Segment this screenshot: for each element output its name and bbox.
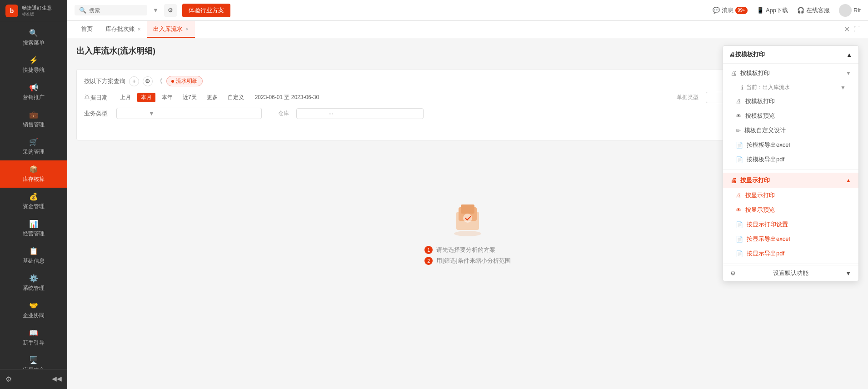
date-tab-last-month[interactable]: 上月 [116, 93, 135, 102]
date-tabs: 上月 本月 本年 近7天 更多 自定义 [116, 93, 248, 102]
user-profile-button[interactable]: Rit [839, 4, 861, 17]
display-pdf-item[interactable]: 📄 按显示导出pdf [723, 246, 858, 261]
template-pdf-item[interactable]: 📄 按模板导出pdf [723, 152, 858, 167]
template-preview-item[interactable]: 👁 按模板预览 [723, 109, 858, 123]
print-icon-header: 🖨 [729, 51, 735, 58]
gear-icon: ⚙ [168, 7, 173, 14]
date-tab-custom[interactable]: 自定义 [224, 93, 248, 102]
download-icon: 📱 [757, 7, 764, 14]
basics-icon: 📋 [29, 247, 38, 255]
app-logo-icon: b [5, 5, 18, 17]
tab-flow[interactable]: 出入库流水 × [147, 21, 195, 38]
apps-icon: 🖥️ [29, 356, 38, 364]
tab-batch[interactable]: 库存批次账 × [99, 21, 147, 38]
sidebar-item-finance[interactable]: 💰 资金管理 [0, 188, 67, 215]
display-preview-item[interactable]: 👁 按显示预览 [723, 203, 858, 217]
voucher-type-label: 单据类型 [677, 94, 698, 101]
empty-illustration [447, 198, 488, 240]
sidebar-item-guide[interactable]: 📖 新手引导 [0, 324, 67, 351]
template-print-section: 🖨 按模板打印 ▼ ℹ 当前：出入库流水 ▼ 🖨 按模板打印 👁 按模板预览 [723, 64, 858, 169]
filter-add-button[interactable]: + [129, 76, 139, 86]
sidebar-item-system[interactable]: ⚙️ 系统管理 [0, 269, 67, 297]
topbar-right: 💬 消息 99+ 📱 App下载 🎧 在线客服 Rit [713, 4, 861, 17]
date-tab-more[interactable]: 更多 [203, 93, 221, 102]
filter-settings-button[interactable]: ⚙ [143, 76, 153, 86]
sidebar: b 畅捷通好生意 标准版 🔍 搜索菜单 ⚡ 快捷导航 📢 营销推广 💼 销售管理… [0, 0, 67, 389]
empty-step-2: 2 用[筛选]条件来缩小分析范围 [424, 257, 510, 265]
sidebar-item-basics[interactable]: 📋 基础信息 [0, 242, 67, 269]
online-service-button[interactable]: 🎧 在线客服 [797, 6, 830, 15]
filter-collapse-button[interactable]: 《 [156, 77, 163, 85]
active-filter-tag: 流水明细 [166, 76, 203, 86]
search-input[interactable] [89, 7, 139, 14]
display-excel-item[interactable]: 📄 按显示导出excel [723, 232, 858, 246]
headset-icon: 🎧 [797, 7, 804, 14]
date-tab-this-month[interactable]: 本月 [137, 93, 155, 102]
topbar-chevron-icon[interactable]: ▼ [153, 7, 159, 14]
main-container: 🔍 ▼ ⚙ 体验行业方案 💬 消息 99+ 📱 App下载 🎧 在线客服 [67, 0, 868, 389]
close-window-btn[interactable]: ✕ [844, 25, 850, 34]
filter-gear-icon: ⚙ [145, 78, 150, 85]
page-title: 出入库流水(流水明细) [76, 45, 155, 56]
current-chevron: ▼ [840, 85, 846, 91]
topbar-settings-button[interactable]: ⚙ [164, 4, 177, 17]
step-2-number: 2 [424, 257, 433, 265]
warehouse-select[interactable]: ··· [296, 108, 424, 119]
display-print-icon: 🖨 [730, 177, 737, 184]
sidebar-item-inventory[interactable]: 📦 库存核算 [0, 160, 67, 188]
system-icon: ⚙️ [29, 274, 38, 283]
display-settings-item[interactable]: 📄 按显示打印设置 [723, 217, 858, 232]
dropdown-footer[interactable]: ⚙ 设置默认功能 ▼ [723, 265, 858, 281]
display-preview-icon: 👁 [736, 207, 742, 214]
business-type-select[interactable]: ▼ [116, 108, 262, 119]
display-print-action-item[interactable]: 🖨 按显示打印 [723, 188, 858, 203]
sidebar-item-search[interactable]: 🔍 搜索菜单 [0, 24, 67, 51]
tab-batch-close[interactable]: × [138, 26, 140, 32]
template-print-group-item[interactable]: 🖨 按模板打印 ▼ [723, 65, 858, 81]
date-label: 单据日期 [84, 94, 109, 102]
business-type-label: 业务类型 [84, 110, 109, 118]
inventory-icon: 📦 [29, 165, 38, 174]
purchase-icon: 🛒 [29, 138, 38, 146]
dropdown-divider-2 [723, 264, 858, 264]
sidebar-settings-icon[interactable]: ⚙ [5, 375, 12, 384]
svg-point-4 [463, 214, 472, 223]
dropdown-chevron-up[interactable]: ▲ [846, 51, 852, 58]
message-button[interactable]: 💬 消息 99+ [713, 6, 748, 15]
display-group-chevron: ▲ [846, 177, 851, 184]
warehouse-more-icon[interactable]: ··· [329, 110, 333, 117]
trial-button[interactable]: 体验行业方案 [182, 4, 230, 17]
info-icon: ℹ [741, 85, 743, 91]
sidebar-item-marketing[interactable]: 📢 营销推广 [0, 79, 67, 106]
dropdown-divider-1 [723, 170, 858, 170]
sidebar-item-quicknav[interactable]: ⚡ 快捷导航 [0, 51, 67, 79]
guide-icon: 📖 [29, 329, 38, 337]
sidebar-item-purchase[interactable]: 🛒 采购管理 [0, 133, 67, 160]
dropdown-current-label: ℹ 当前：出入库流水 ▼ [723, 81, 858, 94]
sidebar-item-operations[interactable]: 📊 经营管理 [0, 215, 67, 242]
date-tab-this-year[interactable]: 本年 [158, 93, 176, 102]
template-print-action-item[interactable]: 🖨 按模板打印 [723, 94, 858, 109]
template-excel-item[interactable]: 📄 按模板导出excel [723, 138, 858, 152]
sidebar-item-apps[interactable]: 🖥️ 应用中心 [0, 351, 67, 369]
sidebar-item-corp[interactable]: 🤝 企业协同 [0, 297, 67, 324]
avatar [839, 4, 852, 17]
design-icon: ✏ [736, 127, 741, 134]
operations-icon: 📊 [29, 219, 38, 228]
sidebar-collapse-icon[interactable]: ◀◀ [52, 375, 62, 384]
excel-icon: 📄 [736, 142, 743, 149]
search-icon: 🔍 [29, 29, 38, 37]
pdf-icon: 📄 [736, 156, 743, 163]
tab-flow-close[interactable]: × [185, 26, 188, 32]
template-custom-item[interactable]: ✏ 模板自定义设计 [723, 123, 858, 138]
page-content: 出入库流水(流水明细) 🖨 按模板打印 ▲ ⬆ 导出 ↻ 刷新 [67, 38, 868, 389]
display-pdf-icon: 📄 [736, 250, 743, 257]
sidebar-item-sales[interactable]: 💼 销售管理 [0, 106, 67, 133]
app-edition: 标准版 [22, 11, 52, 17]
maximize-window-btn[interactable]: ⛶ [853, 25, 861, 34]
tab-home[interactable]: 首页 [75, 21, 99, 38]
display-print-group-item[interactable]: 🖨 按显示打印 ▲ [723, 173, 858, 188]
app-download-button[interactable]: 📱 App下载 [757, 6, 788, 15]
topbar-search-box: 🔍 [75, 5, 147, 15]
date-tab-last7days[interactable]: 近7天 [179, 93, 200, 102]
